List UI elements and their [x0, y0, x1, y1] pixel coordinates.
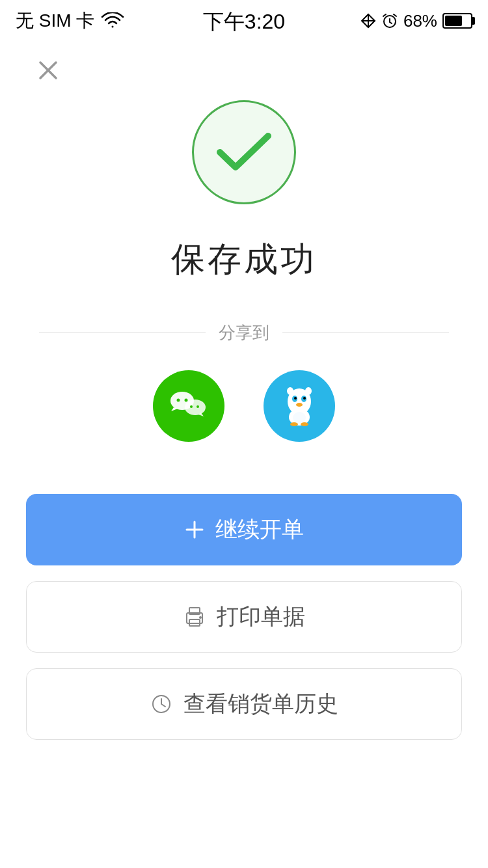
alarm-icon	[381, 12, 398, 29]
qq-share-button[interactable]	[264, 370, 335, 442]
success-icon-circle	[192, 100, 296, 204]
share-label: 分享到	[219, 321, 269, 344]
close-button[interactable]	[29, 51, 68, 90]
svg-point-26	[199, 616, 202, 619]
svg-point-13	[303, 397, 306, 400]
status-bar: 无 SIM 卡 下午3:20 68%	[0, 0, 488, 42]
svg-point-12	[294, 397, 297, 400]
continue-button[interactable]: 继续开单	[26, 494, 462, 565]
action-buttons: 继续开单 打印单据 查看销货单历史	[0, 494, 488, 740]
divider-left	[39, 332, 206, 333]
battery-icon	[442, 13, 472, 29]
battery-fill	[445, 16, 462, 26]
svg-point-4	[185, 400, 206, 415]
svg-point-17	[290, 422, 298, 426]
history-icon	[150, 692, 173, 716]
history-label: 查看销货单历史	[183, 689, 338, 719]
wifi-icon	[101, 12, 124, 29]
success-title: 保存成功	[171, 237, 317, 282]
svg-point-16	[293, 412, 306, 424]
wechat-share-button[interactable]	[153, 370, 224, 442]
status-time: 下午3:20	[203, 8, 285, 36]
status-right: 68%	[360, 11, 472, 31]
svg-point-6	[185, 399, 188, 402]
svg-point-20	[305, 387, 312, 395]
status-left: 无 SIM 卡	[16, 8, 124, 33]
print-label: 打印单据	[217, 602, 305, 632]
history-button[interactable]: 查看销货单历史	[26, 668, 462, 740]
svg-point-18	[301, 422, 308, 426]
main-content: 保存成功 分享到	[0, 42, 488, 740]
share-icons-row	[153, 370, 335, 442]
svg-point-19	[287, 387, 293, 395]
printer-icon	[183, 605, 206, 629]
qq-icon	[278, 383, 321, 429]
checkmark-icon	[215, 129, 273, 175]
continue-label: 继续开单	[215, 515, 304, 545]
sim-label: 无 SIM 卡	[16, 8, 94, 33]
svg-point-8	[197, 405, 199, 408]
svg-point-14	[296, 403, 303, 407]
wechat-icon	[166, 387, 211, 426]
location-icon	[360, 13, 376, 29]
battery-percent: 68%	[403, 11, 437, 31]
plus-icon	[184, 519, 205, 540]
svg-point-5	[177, 399, 180, 402]
divider-right	[282, 332, 449, 333]
svg-point-7	[190, 405, 193, 408]
share-divider: 分享到	[0, 321, 488, 344]
print-button[interactable]: 打印单据	[26, 581, 462, 653]
